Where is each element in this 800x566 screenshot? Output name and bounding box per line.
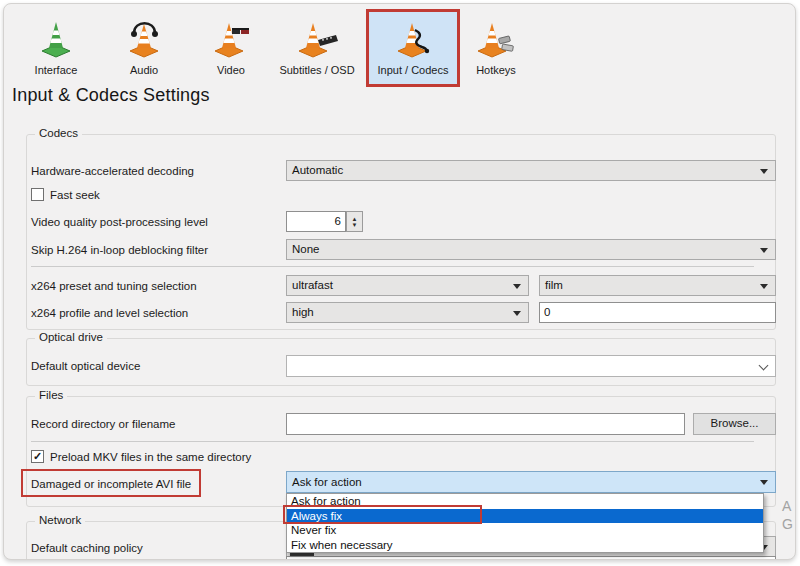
caching-policy-label: Default caching policy (31, 542, 143, 554)
tab-label: Hotkeys (455, 64, 537, 76)
tab-label: Video (189, 64, 273, 76)
chevron-down-icon (760, 248, 768, 253)
skip-filter-value: None (292, 243, 320, 255)
fast-seek-checkbox[interactable] (31, 188, 44, 201)
interface-icon (14, 9, 98, 61)
group-network-title: Network (35, 514, 85, 526)
option-ask-for-action[interactable]: Ask for action (287, 494, 763, 509)
page-title: Input & Codecs Settings (12, 85, 210, 106)
tab-subtitles-osd[interactable]: Subtitles / OSD (268, 9, 366, 87)
separator (31, 266, 754, 267)
option-always-fix[interactable]: Always fix (287, 509, 763, 524)
subtitles-osd-icon (268, 9, 366, 61)
skip-filter-label: Skip H.264 in-loop deblocking filter (31, 244, 208, 256)
tab-label: Subtitles / OSD (268, 64, 366, 76)
chevron-down-icon (760, 480, 768, 485)
optical-device-label: Default optical device (31, 360, 140, 372)
x264-level-input[interactable]: 0 (539, 302, 776, 323)
chevron-down-icon (759, 361, 769, 371)
watermark-letter-g: G (782, 516, 793, 532)
group-optical-title: Optical drive (35, 331, 107, 343)
tab-input-codecs[interactable]: Input / Codecs (366, 9, 460, 87)
tab-video[interactable]: Video (189, 9, 273, 87)
hw-decoding-select[interactable]: Automatic (286, 160, 776, 181)
optical-device-combobox[interactable] (286, 355, 776, 377)
preload-mkv-label: Preload MKV files in the same directory (50, 451, 251, 463)
tab-hotkeys[interactable]: Hotkeys (455, 9, 537, 87)
option-fix-when-necessary[interactable]: Fix when necessary (287, 538, 763, 553)
damaged-avi-dropdown-list: Ask for action Always fix Never fix Fix … (286, 493, 764, 553)
x264-profile-label: x264 profile and level selection (31, 307, 188, 319)
partial-bottom-input[interactable] (286, 556, 776, 560)
x264-tuning-value: film (545, 279, 563, 291)
tab-label: Audio (102, 64, 186, 76)
record-dir-input[interactable] (286, 413, 685, 435)
video-icon (189, 9, 273, 61)
x264-preset-label: x264 preset and tuning selection (31, 280, 197, 292)
tab-label: Interface (14, 64, 98, 76)
group-files-title: Files (35, 389, 67, 401)
x264-preset-value: ultrafast (292, 279, 333, 291)
hw-decoding-value: Automatic (292, 164, 343, 176)
x264-preset-select[interactable]: ultrafast (286, 275, 529, 296)
chevron-down-icon (760, 284, 768, 289)
fast-seek-label: Fast seek (50, 189, 100, 201)
chevron-down-icon (513, 311, 521, 316)
option-never-fix[interactable]: Never fix (287, 523, 763, 538)
chevron-down-icon (513, 284, 521, 289)
damaged-avi-value: Ask for action (292, 476, 362, 488)
x264-profile-value: high (292, 306, 314, 318)
group-codecs-title: Codecs (35, 127, 82, 139)
damaged-avi-label: Damaged or incomplete AVI file (31, 478, 191, 490)
tab-interface[interactable]: Interface (14, 9, 98, 87)
damaged-avi-select[interactable]: Ask for action (286, 471, 776, 493)
hw-decoding-label: Hardware-accelerated decoding (31, 165, 194, 177)
browse-button[interactable]: Browse... (693, 413, 776, 435)
chevron-down-icon (760, 169, 768, 174)
postproc-stepper[interactable]: ▲ ▼ (346, 211, 363, 232)
input-codecs-icon (369, 12, 457, 61)
spin-down-icon[interactable]: ▼ (352, 222, 358, 228)
audio-icon (102, 9, 186, 61)
preload-mkv-checkbox[interactable]: ✓ (31, 450, 44, 463)
x264-profile-select[interactable]: high (286, 302, 529, 323)
checkmark-icon: ✓ (33, 450, 42, 462)
preferences-dialog: Interface Audio (3, 3, 796, 560)
postproc-input[interactable]: 6 (286, 211, 346, 232)
hotkeys-icon (455, 9, 537, 61)
x264-tuning-select[interactable]: film (539, 275, 776, 296)
tab-label: Input / Codecs (369, 64, 457, 76)
watermark-letter-a: A (782, 498, 791, 514)
postproc-label: Video quality post-processing level (31, 216, 208, 228)
separator (31, 441, 754, 442)
record-dir-label: Record directory or filename (31, 418, 175, 430)
skip-filter-select[interactable]: None (286, 239, 776, 260)
tab-audio[interactable]: Audio (102, 9, 186, 87)
